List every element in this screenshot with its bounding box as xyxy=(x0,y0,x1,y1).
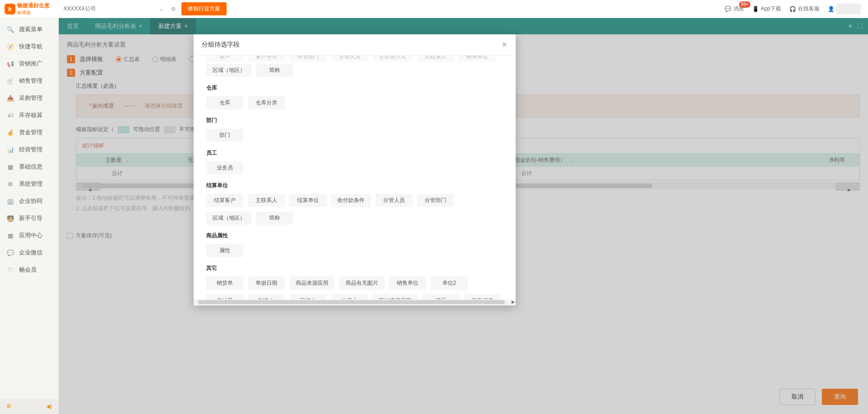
field-chip[interactable]: 销货单 xyxy=(206,277,243,290)
sidebar-item[interactable]: ▦应用中心 xyxy=(0,227,58,244)
group-field-modal: 分组待选字段 ✕ 客户客户分类分管部门分管人员主联系方式主联系人销售单位区域（地… xyxy=(194,34,516,306)
field-chip[interactable]: 业务员 xyxy=(206,161,243,174)
field-chip[interactable]: 简称 xyxy=(256,212,293,225)
collapse-icon[interactable]: ◀) xyxy=(46,403,52,409)
sidebar-item[interactable]: 🧑‍🏫新手引导 xyxy=(0,210,58,227)
field-chip[interactable]: 部门 xyxy=(206,129,243,142)
field-chip[interactable]: 审核人 xyxy=(289,294,327,299)
sidebar-item[interactable]: 💬企业微信 xyxy=(0,244,58,261)
sidebar-item-label: 经营管理 xyxy=(19,146,43,154)
chevron-down-icon: ⌄ xyxy=(159,6,164,12)
sidebar-item[interactable]: ▦基础信息 xyxy=(0,158,58,175)
field-chip[interactable]: 商品有无图片 xyxy=(339,277,384,290)
field-group-title: 其它 xyxy=(206,264,503,272)
sidebar-item-label: 企业微信 xyxy=(19,249,43,257)
sidebar-item-label: 快捷导航 xyxy=(19,42,43,51)
headset-icon: 🎧 xyxy=(789,6,796,12)
logo: b 畅捷通好生意 标准版 xyxy=(0,2,59,16)
field-chip[interactable]: 客户 xyxy=(206,56,243,62)
user-icon: 👤 xyxy=(828,6,835,12)
sidebar-icon: 🧑‍🏫 xyxy=(6,214,14,222)
field-chip[interactable]: 主联系人 xyxy=(248,194,285,207)
gear-icon[interactable]: ⚙ xyxy=(171,6,176,12)
field-chip[interactable]: 赠品 xyxy=(422,294,460,299)
field-chip[interactable]: 主联系方式 xyxy=(373,56,413,62)
company-selector[interactable]: XXXXXX公司 ⌄ xyxy=(63,5,164,13)
sidebar-item[interactable]: 🔍搜索菜单 xyxy=(0,21,58,38)
sidebar-item[interactable]: 🏢企业协同 xyxy=(0,193,58,210)
modal-close-button[interactable]: ✕ xyxy=(502,41,508,49)
messages-link[interactable]: 💬 消息 99+ xyxy=(725,5,744,13)
field-chip[interactable]: 商品来源应用 xyxy=(289,277,335,290)
sidebar-item[interactable]: 📢营销推广 xyxy=(0,55,58,72)
field-chip[interactable]: 单位2 xyxy=(431,277,468,290)
sidebar-icon: ⚙ xyxy=(6,180,14,188)
field-chip[interactable]: 主计量 xyxy=(206,294,243,299)
field-chip[interactable]: 单据日期 xyxy=(248,277,285,290)
logo-icon: b xyxy=(5,4,15,14)
scroll-right-icon[interactable]: ▶ xyxy=(510,300,516,305)
field-chip[interactable]: 分管部门 xyxy=(289,56,327,62)
field-chip[interactable]: 销售单位 xyxy=(389,277,426,290)
message-icon: 💬 xyxy=(725,6,731,12)
sidebar-item[interactable]: 📥采购管理 xyxy=(0,89,58,107)
field-chip[interactable]: 预计交货日期 xyxy=(373,294,418,299)
logo-edition: 标准版 xyxy=(17,9,50,16)
field-chip[interactable]: 仓库 xyxy=(206,96,243,109)
settings-icon[interactable]: ⚙ xyxy=(6,403,11,409)
field-chip[interactable]: 收付款条件 xyxy=(331,194,371,207)
modal-hscrollbar[interactable]: ▶ xyxy=(194,299,516,306)
sidebar-icon: ▦ xyxy=(6,163,14,171)
sidebar-icon: 💰 xyxy=(6,128,14,136)
field-chip[interactable]: 区域（地区） xyxy=(206,64,251,77)
field-chip[interactable]: 出库人 xyxy=(331,294,368,299)
field-chip[interactable]: 属性 xyxy=(206,244,243,257)
field-chip[interactable]: 制单人 xyxy=(248,294,285,299)
sidebar-icon: 📊 xyxy=(6,146,14,154)
field-chip[interactable]: 分管人员 xyxy=(375,194,413,207)
sidebar-item-label: 搜索菜单 xyxy=(19,25,43,33)
field-chip[interactable]: 主联系人 xyxy=(417,56,454,62)
sidebar-icon: 🏢 xyxy=(6,197,14,205)
field-group-title: 商品属性 xyxy=(206,232,503,240)
user-avatar[interactable]: 👤 xyxy=(828,4,861,14)
sidebar-icon: 💬 xyxy=(6,249,14,257)
modal-title: 分组待选字段 xyxy=(202,41,240,49)
field-chip[interactable]: 客户分类 xyxy=(248,56,285,62)
field-chip[interactable]: 仓库分类 xyxy=(248,96,285,109)
experience-button[interactable]: 体验行业方案 xyxy=(181,2,227,15)
sidebar-icon: 📢 xyxy=(6,60,14,68)
field-group-title: 结算单位 xyxy=(206,182,503,189)
sidebar-icon: 🛒 xyxy=(6,77,14,85)
sidebar-item-label: 畅会员 xyxy=(19,266,37,274)
sidebar-item-label: 营销推广 xyxy=(19,60,43,68)
field-chip[interactable]: 分管部门 xyxy=(417,194,454,207)
sidebar-item-label: 系统管理 xyxy=(19,180,43,188)
sidebar-item[interactable]: 🛒销售管理 xyxy=(0,72,58,89)
sidebar-item[interactable]: ⚙系统管理 xyxy=(0,175,58,193)
field-chip[interactable]: 结算单位 xyxy=(289,194,327,207)
sidebar-item[interactable]: 💰资金管理 xyxy=(0,124,58,141)
sidebar-item-label: 新手引导 xyxy=(19,214,43,222)
sidebar-item-label: 应用中心 xyxy=(19,231,43,240)
sidebar-icon: 🏷 xyxy=(6,111,14,119)
field-chip[interactable]: 销售单位 xyxy=(459,56,496,62)
sidebar-icon: ♡ xyxy=(6,266,14,274)
phone-icon: 📱 xyxy=(752,6,759,12)
field-chip[interactable]: 分管人员 xyxy=(331,56,368,62)
field-chip[interactable]: 销售订单 xyxy=(464,294,501,299)
scroll-thumb[interactable] xyxy=(198,300,505,304)
sidebar-icon: 🧭 xyxy=(6,42,14,51)
online-service-link[interactable]: 🎧 在线客服 xyxy=(789,5,820,13)
app-download-link[interactable]: 📱 App下载 xyxy=(752,5,781,13)
field-chip[interactable]: 简称 xyxy=(256,64,293,77)
field-chip[interactable]: 区域（地区） xyxy=(206,212,251,225)
sidebar-item[interactable]: 🧭快捷导航 xyxy=(0,38,58,55)
field-group-title: 员工 xyxy=(206,149,503,157)
sidebar: 🔍搜索菜单🧭快捷导航📢营销推广🛒销售管理📥采购管理🏷库存核算💰资金管理📊经营管理… xyxy=(0,18,59,414)
logo-brand: 畅捷通好生意 xyxy=(17,2,50,9)
sidebar-item[interactable]: 📊经营管理 xyxy=(0,141,58,158)
sidebar-item[interactable]: ♡畅会员 xyxy=(0,261,58,278)
field-chip[interactable]: 结算客户 xyxy=(206,194,243,207)
sidebar-item[interactable]: 🏷库存核算 xyxy=(0,107,58,124)
